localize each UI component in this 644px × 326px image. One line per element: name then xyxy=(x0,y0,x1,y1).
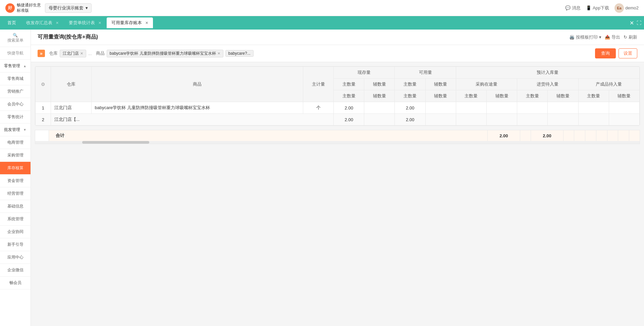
group-purchase-main xyxy=(456,114,486,126)
group-finished-main xyxy=(578,114,609,126)
row1-unit: 个 xyxy=(303,102,333,114)
message-btn[interactable]: 💬 消息 xyxy=(565,5,581,11)
print-icon: 🖨️ xyxy=(569,35,575,40)
sidebar-item-enterprise-wechat[interactable]: 企业微信 xyxy=(0,264,31,277)
tab-home[interactable]: 首页 xyxy=(3,17,21,28)
product-tag-2[interactable]: babycare?... xyxy=(225,50,254,57)
sidebar-item-enterprise-coop[interactable]: 企业协同 xyxy=(0,226,31,238)
top-bar: 好 畅捷通好生意 标准版 母婴行业演示账套 ▾ 💬 消息 📱 App下载 Ea … xyxy=(0,0,644,16)
th-avail-aux2: 辅数量 xyxy=(425,90,456,102)
th-incoming-main: 主数量 xyxy=(517,90,548,102)
sidebar-item-member-center[interactable]: 会员中心 xyxy=(0,98,31,111)
row1-num: 1 xyxy=(36,102,51,114)
sidebar-item-new-guide[interactable]: 新手引导 xyxy=(0,238,31,251)
nav-close-icon[interactable]: ✕ xyxy=(630,20,634,26)
search-icon: 🔍 xyxy=(13,33,18,38)
group-warehouse: 江北门店【... xyxy=(51,114,334,126)
refresh-icon: ↻ xyxy=(624,35,627,40)
row1-stock-aux xyxy=(364,102,395,114)
th-warehouse: 仓库 xyxy=(51,67,91,102)
filter-more-warehouse[interactable]: ... xyxy=(88,51,92,56)
sidebar-item-app-center[interactable]: 应用中心 xyxy=(0,251,31,264)
th-purchase-main: 主数量 xyxy=(456,90,486,102)
row1-warehouse: 江北门店 xyxy=(51,102,91,114)
chevron-down-icon: ▾ xyxy=(86,5,88,10)
sidebar-item-retail-mall[interactable]: 零售商城 xyxy=(0,73,31,85)
th-settings[interactable]: ⚙ xyxy=(36,67,51,102)
message-icon: 💬 xyxy=(565,5,571,10)
group-num: 2 xyxy=(36,114,51,126)
tab-available-stock[interactable]: 可用量库存账本 ✕ xyxy=(107,17,153,28)
nav-expand-icon[interactable]: ⛶ xyxy=(637,20,641,26)
main-layout: 🔍 搜索菜单 快捷导航 零售管理 ▲ 零售商城 营销推广 会员中心 零售统计 批… xyxy=(0,30,644,326)
group-purchase-aux xyxy=(487,114,517,126)
top-bar-left: 好 畅捷通好生意 标准版 母婴行业演示账套 ▾ xyxy=(5,3,92,13)
row1-avail-main: 2.00 xyxy=(395,102,425,114)
expand-filter-btn[interactable]: » xyxy=(38,50,45,57)
sidebar-item-basic-info[interactable]: 基础信息 xyxy=(0,200,31,213)
scrollbar-thumb[interactable] xyxy=(82,141,149,144)
settings-button[interactable]: 设置 xyxy=(619,48,637,58)
th-avail-main2: 主数量 xyxy=(395,90,425,102)
th-purchase-transit: 采购在途量 xyxy=(456,79,517,90)
close-tab-order-stats[interactable]: ✕ xyxy=(98,21,101,25)
print-btn[interactable]: 🖨️ 按模板打印 ▾ xyxy=(569,34,601,40)
sidebar-item-finance[interactable]: 资金管理 xyxy=(0,175,31,187)
page-header-actions: 🖨️ 按模板打印 ▾ 📤 导出 ↻ 刷新 xyxy=(569,34,637,40)
sidebar: 🔍 搜索菜单 快捷导航 零售管理 ▲ 零售商城 营销推广 会员中心 零售统计 批… xyxy=(0,30,31,326)
sidebar-item-wholesale-mgmt[interactable]: 批发管理 ▼ xyxy=(0,124,31,136)
table-row: 1 江北门店 babycare学饮杯 儿童防摔防撞吸管杯重力球吸嘴杯宝宝水杯 个… xyxy=(36,102,640,114)
filter-actions: 查询 设置 xyxy=(595,48,637,58)
sidebar-item-retail-mgmt[interactable]: 零售管理 ▲ xyxy=(0,60,31,73)
refresh-btn[interactable]: ↻ 刷新 xyxy=(624,34,637,40)
sidebar-item-retail-stats[interactable]: 零售统计 xyxy=(0,111,31,124)
query-button[interactable]: 查询 xyxy=(595,48,616,58)
close-tab-receipts[interactable]: ✕ xyxy=(56,21,59,25)
group-row: 2 江北门店【... 2.00 2.00 xyxy=(36,114,640,126)
footer-area: 合计 2.00 2.00 xyxy=(35,130,640,144)
group-avail-main: 2.00 xyxy=(395,114,425,126)
sidebar-item-ecommerce[interactable]: 电商管理 xyxy=(0,136,31,149)
chevron-icon: ▲ xyxy=(23,64,26,68)
remove-warehouse-tag[interactable]: ✕ xyxy=(80,51,83,56)
data-table: ⚙ 仓库 商品 主计量 现存量 可用量 预计入库量 主数量 辅数量 主数量 辅数… xyxy=(35,66,640,126)
horizontal-scrollbar[interactable] xyxy=(35,141,640,144)
th-current-stock: 现存量 xyxy=(334,67,395,79)
sidebar-item-marketing[interactable]: 营销推广 xyxy=(0,85,31,98)
row1-stock-main: 2.00 xyxy=(334,102,364,114)
tab-receipts[interactable]: 收发存汇总表 ✕ xyxy=(21,17,63,28)
sidebar-item-system-mgmt[interactable]: 系统管理 xyxy=(0,213,31,226)
nav-tabs-actions: ✕ ⛶ xyxy=(630,20,641,26)
row1-purchase-aux xyxy=(487,102,517,114)
remove-product-tag-1[interactable]: ✕ xyxy=(217,51,220,56)
th-incoming-aux: 辅数量 xyxy=(548,90,578,102)
sidebar-item-purchase-mgmt[interactable]: 采购管理 xyxy=(0,149,31,162)
footer-avail-main: 2.00 xyxy=(531,130,563,141)
sidebar-quick-nav[interactable]: 快捷导航 xyxy=(0,47,31,60)
group-stock-aux xyxy=(364,114,395,126)
user-area[interactable]: Ea demo2 xyxy=(614,3,639,13)
company-selector[interactable]: 母婴行业演示账套 ▾ xyxy=(45,3,92,13)
row1-incoming-main xyxy=(517,102,548,114)
close-tab-available-stock[interactable]: ✕ xyxy=(145,21,148,25)
th-stock-aux: 辅数量 xyxy=(364,79,395,90)
warehouse-tag[interactable]: 江北门店 ✕ xyxy=(60,50,86,57)
home-label: 首页 xyxy=(7,20,16,26)
app-download-btn[interactable]: 📱 App下载 xyxy=(586,5,609,11)
sidebar-item-operations[interactable]: 经营管理 xyxy=(0,187,31,200)
product-tag-1[interactable]: babycare学饮杯 儿童防摔防撞吸管杯重力球吸嘴杯宝宝水杯 ✕ xyxy=(107,50,223,57)
sidebar-search[interactable]: 🔍 搜索菜单 xyxy=(0,30,31,47)
th-forecast-in: 预计入库量 xyxy=(456,67,639,79)
th-available: 可用量 xyxy=(395,67,456,79)
th-finished-aux: 辅数量 xyxy=(609,90,639,102)
chevron-icon: ▼ xyxy=(23,128,26,132)
row1-finished-aux xyxy=(609,102,639,114)
footer-table: 合计 2.00 2.00 xyxy=(35,130,640,141)
sidebar-item-vip-member[interactable]: 畅会员 xyxy=(0,277,31,289)
export-btn[interactable]: 📤 导出 xyxy=(605,34,620,40)
tab-order-stats[interactable]: 要货单统计表 ✕ xyxy=(64,17,106,28)
logo-text: 畅捷通好生意 标准版 xyxy=(17,3,41,13)
row1-avail-aux xyxy=(425,102,456,114)
row1-finished-main xyxy=(578,102,609,114)
sidebar-item-inventory[interactable]: 库存核算 xyxy=(0,162,31,175)
